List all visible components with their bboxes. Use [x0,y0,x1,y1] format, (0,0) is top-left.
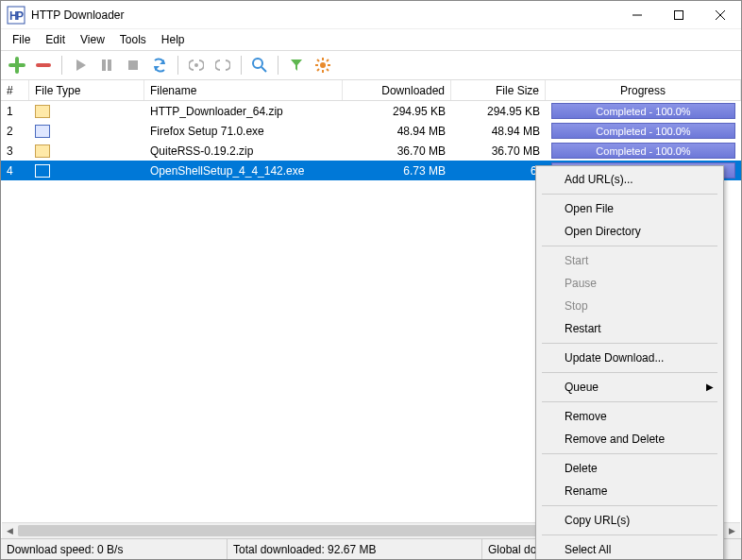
toolbar-separator [278,56,278,75]
menu-edit[interactable]: Edit [38,31,73,48]
ctx-pause: Pause [538,272,721,295]
row-filetype [29,125,144,138]
svg-line-19 [327,69,329,71]
filter-button[interactable] [284,53,309,77]
ctx-queue-label: Queue [565,381,599,394]
row-filesize: 48.94 MB [451,125,546,138]
ctx-separator [542,194,717,195]
table-row[interactable]: 1HTTP_Downloader_64.zip294.95 KB294.95 K… [1,101,741,121]
maximize-button[interactable] [658,1,700,29]
menubar: File Edit View Tools Help [1,29,741,50]
row-filetype [29,144,144,158]
svg-line-20 [317,69,319,71]
menu-file[interactable]: File [5,31,38,48]
svg-point-13 [320,62,326,68]
chevron-right-icon: ▶ [706,382,714,392]
row-downloaded: 6.73 MB [343,164,451,178]
menu-help[interactable]: Help [154,31,193,48]
context-menu: Add URL(s)... Open File Open Directory S… [535,165,724,560]
row-number: 2 [1,125,29,138]
ctx-open-file[interactable]: Open File [538,197,721,220]
ctx-start: Start [538,249,721,272]
scroll-left-button[interactable]: ◀ [2,523,18,539]
play-button[interactable] [68,53,93,77]
filetype-icon [35,164,50,178]
row-number: 3 [1,144,29,158]
ctx-remove-delete[interactable]: Remove and Delete [538,428,721,450]
progress-bar: Completed - 100.0% [551,103,735,119]
bracket-right-icon[interactable] [211,53,235,77]
ctx-add-urls[interactable]: Add URL(s)... [538,168,721,191]
ctx-select-all[interactable]: Select All [538,538,721,560]
col-header-downloaded[interactable]: Downloaded [343,80,451,100]
row-number: 1 [1,105,29,118]
menu-tools[interactable]: Tools [112,31,154,48]
ctx-delete[interactable]: Delete [538,457,721,480]
close-button[interactable] [700,1,741,29]
svg-text:P: P [16,9,24,23]
toolbar-separator [241,56,242,75]
ctx-separator [542,535,717,535]
remove-button[interactable] [31,53,56,77]
settings-button[interactable] [311,53,335,77]
row-progress: Completed - 100.0% [546,103,741,119]
stop-button[interactable] [121,53,145,77]
row-filename: OpenShellSetup_4_4_142.exe [144,164,343,178]
table-row[interactable]: 2Firefox Setup 71.0.exe48.94 MB48.94 MBC… [1,121,741,141]
ctx-open-directory[interactable]: Open Directory [538,220,721,243]
ctx-queue[interactable]: Queue▶ [538,376,721,399]
ctx-separator [542,343,717,344]
ctx-separator [542,453,717,454]
row-number: 4 [1,164,29,178]
filetype-icon [35,144,50,158]
row-filename: Firefox Setup 71.0.exe [144,125,343,138]
ctx-restart[interactable]: Restart [538,317,721,340]
pause-button[interactable] [94,53,119,77]
col-header-progress[interactable]: Progress [546,80,741,100]
svg-rect-4 [675,10,683,19]
svg-rect-7 [102,59,106,71]
filetype-icon [35,125,50,138]
svg-line-18 [317,59,319,61]
row-progress: Completed - 100.0% [546,143,741,159]
col-header-number[interactable]: # [1,80,29,100]
row-filesize: 6. [451,164,546,178]
status-download-speed: Download speed: 0 B/s [1,539,228,559]
window-title: HTTP Downloader [31,8,616,22]
menu-view[interactable]: View [73,31,112,48]
search-button[interactable] [247,53,272,77]
titlebar: HP HTTP Downloader [1,1,741,29]
ctx-separator [542,505,717,506]
svg-line-21 [327,59,329,61]
ctx-update-download[interactable]: Update Download... [538,347,721,369]
status-total-downloaded: Total downloaded: 92.67 MB [228,539,482,559]
row-filename: QuiteRSS-0.19.2.zip [144,144,343,158]
ctx-separator [542,401,717,402]
app-icon: HP [7,6,25,25]
svg-point-10 [194,63,198,67]
row-progress: Completed - 100.0% [546,123,741,139]
col-header-filesize[interactable]: File Size [451,80,546,100]
row-downloaded: 294.95 KB [343,105,451,118]
toolbar [1,50,741,80]
row-downloaded: 36.70 MB [343,144,451,158]
col-header-filename[interactable]: Filename [144,80,343,100]
row-filesize: 36.70 MB [451,144,546,158]
table-row[interactable]: 3QuiteRSS-0.19.2.zip36.70 MB36.70 MBComp… [1,141,741,161]
progress-bar: Completed - 100.0% [551,123,735,139]
row-filetype [29,164,144,178]
scroll-right-button[interactable]: ▶ [724,523,740,539]
minimize-button[interactable] [616,1,658,29]
filetype-icon [35,105,50,118]
add-button[interactable] [5,53,29,77]
refresh-button[interactable] [147,53,172,77]
ctx-rename[interactable]: Rename [538,480,721,502]
col-header-filetype[interactable]: File Type [29,80,144,100]
ctx-copy-urls[interactable]: Copy URL(s) [538,509,721,532]
ctx-separator [542,372,717,373]
column-headers: # File Type Filename Downloaded File Siz… [1,80,741,101]
ctx-stop: Stop [538,295,721,317]
bracket-left-icon[interactable] [184,53,209,77]
ctx-remove[interactable]: Remove [538,405,721,428]
row-filesize: 294.95 KB [451,105,546,118]
